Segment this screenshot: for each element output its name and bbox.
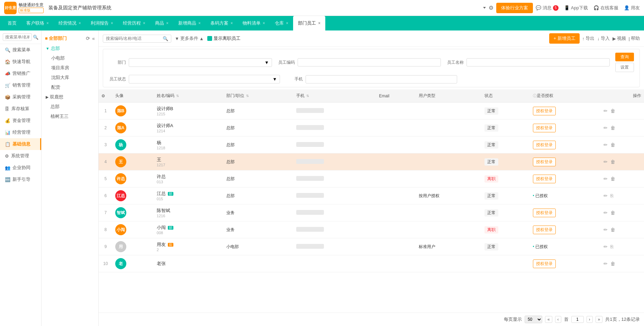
sidebar-item-finance[interactable]: 💰 资金管理 [0,115,41,126]
tree-child-electric[interactable]: 小电部 [42,53,98,63]
filter-phone-input[interactable] [309,77,454,82]
sidebar-item-cooperation[interactable]: 👥 企业协同 [0,162,41,174]
sidebar-item-marketing[interactable]: 📣 营销推广 [0,68,41,79]
edit-icon[interactable]: ✏ [604,193,608,199]
system-title-dropdown-icon[interactable] [483,7,486,9]
more-filter-button[interactable]: ▼ 更多条件 ▲ [175,35,204,42]
delete-icon[interactable]: 🗑 [610,159,615,165]
tab-warehouse[interactable]: 仓库 × [270,16,293,30]
sidebar-item-purchase[interactable]: 📦 采购管理 [0,91,41,103]
tab-barcode-close[interactable]: × [230,21,233,26]
search-input[interactable] [106,36,161,41]
tab-home[interactable]: 首页 [3,16,21,30]
filter-dept-input-wrap[interactable]: ▼ [129,58,272,67]
edit-icon[interactable]: ✏ [604,125,608,131]
export-button[interactable]: ↑ 导出 [582,35,595,42]
tab-department-close[interactable]: × [318,21,320,26]
filter-emp-name-input[interactable] [470,60,607,65]
settings-icon[interactable]: ⚙ [489,5,493,11]
first-page-button[interactable]: « [545,316,552,323]
search-input-icon[interactable]: 🔍 [163,36,168,41]
auth-button[interactable]: 授权登录 [533,124,556,132]
auth-button[interactable]: 授权登录 [533,107,556,115]
auth-button[interactable]: 授权登录 [533,175,556,183]
tab-warehouse-close[interactable]: × [286,21,288,26]
filter-status-input-wrap[interactable]: ▼ [129,75,280,83]
col-name[interactable]: 姓名/编码 ⇅ [154,89,224,103]
tree-node-headquarter[interactable]: ▼ 总部 [42,44,98,53]
add-employee-button[interactable]: + 新增员工 [549,33,579,44]
tree-child-dispatch[interactable]: 配货 [42,82,98,92]
auth-button[interactable]: 授权登录 [533,226,556,234]
import-button[interactable]: ↓ 导入 [597,35,610,42]
tab-history[interactable]: 经营历程 × [118,16,150,30]
auth-button[interactable]: 授权登录 [533,209,556,217]
sidebar-item-search[interactable]: 🔍 搜索菜单 [0,44,41,56]
edit-icon[interactable]: ✏ [604,108,608,114]
query-button[interactable]: 查询 [615,53,634,61]
sidebar-item-sales[interactable]: 🛒 销售管理 [0,79,41,91]
delete-icon[interactable]: 🗑 [610,210,615,215]
col-dept[interactable]: 部门/职位 ⇅ [224,89,293,103]
app-download-button[interactable]: 📱 App下载 [564,5,588,11]
messages-button[interactable]: 💬 消息 5 [536,5,559,11]
auth-button[interactable]: 授权登录 [533,259,556,268]
col-phone[interactable]: 手机 ⇅ [293,89,377,103]
delete-icon[interactable]: 🗑 [610,261,615,266]
trial-button[interactable]: 体验行业方案 [496,3,533,13]
prev-page-button[interactable]: ‹ [555,316,561,323]
sidebar-search-input[interactable] [3,33,32,41]
view-button[interactable]: ▶ 视频 [613,35,626,42]
tree-child-project[interactable]: 项目库房 [42,63,98,73]
edit-icon[interactable]: ✏ [604,176,608,182]
sidebar-item-system[interactable]: ⚙ 系统管理 [0,150,41,162]
sidebar-item-inventory[interactable]: 🗄 库存核算 [0,103,41,115]
show-inactive-checkbox[interactable]: 显示离职员工 [207,35,241,42]
sidebar-item-management[interactable]: 📊 经营管理 [0,126,41,138]
edit-icon[interactable]: ✏ [604,227,608,232]
tab-profit-close[interactable]: × [111,21,113,26]
tab-material[interactable]: 物料清单 × [238,16,270,30]
tab-history-close[interactable]: × [143,21,145,26]
edit-icon[interactable]: ✏ [604,142,608,148]
auth-button[interactable]: 授权登录 [533,141,556,149]
col-settings[interactable]: ⚙ [99,89,112,103]
last-page-button[interactable]: » [596,316,603,323]
edit-icon[interactable]: ✏ [604,244,608,249]
delete-icon[interactable]: 🗑 [610,142,615,148]
tab-add-goods[interactable]: 新增商品 × [173,16,206,30]
tab-add-goods-close[interactable]: × [198,21,201,26]
edit-icon[interactable]: ✏ [604,261,608,266]
delete-icon[interactable]: 🗑 [610,125,615,131]
edit-icon[interactable]: ✏ [604,159,608,165]
online-service-button[interactable]: 🎧 在线客服 [593,5,618,11]
tree-node-headquarter2[interactable]: 总部 [42,102,98,112]
tab-customer-close[interactable]: × [46,21,49,26]
copy-icon[interactable]: ⎘ [610,244,613,249]
tab-goods[interactable]: 商品 × [150,16,173,30]
delete-icon[interactable]: 🗑 [610,227,615,232]
delete-icon[interactable]: 🗑 [610,108,615,114]
tree-child-shenyang[interactable]: 沈阳大库 [42,73,98,82]
help-button[interactable]: | 帮助 [629,35,640,42]
sidebar-item-basic-info[interactable]: 📋 基础信息 [0,138,41,150]
auth-button[interactable]: 授权登录 [533,158,556,166]
page-size-select[interactable]: 50 100 [525,316,542,323]
tree-node-shuanglu[interactable]: ▶ 双鹿想 [42,92,98,102]
filter-emp-code-input[interactable] [301,60,438,65]
tab-operation[interactable]: 经营情况 × [54,16,86,30]
tab-customer[interactable]: 客户联络 × [21,16,54,30]
tab-profit[interactable]: 利润报告 × [86,16,118,30]
next-page-button[interactable]: › [587,316,593,323]
tree-node-zhishu[interactable]: 植树王三 [42,112,98,121]
tab-goods-close[interactable]: × [166,21,169,26]
tab-barcode[interactable]: 条码方案 × [206,16,238,30]
tab-operation-close[interactable]: × [79,21,81,26]
tree-collapse-icon[interactable]: « [92,36,95,41]
tree-refresh-icon[interactable]: ⟳ [86,36,90,41]
sidebar-item-quick-nav[interactable]: 🏠 快速导航 [0,56,41,68]
edit-icon[interactable]: ✏ [604,210,608,215]
reset-button[interactable]: 设置 [615,63,634,72]
tab-material-close[interactable]: × [263,21,265,26]
page-number-input[interactable] [571,316,584,323]
